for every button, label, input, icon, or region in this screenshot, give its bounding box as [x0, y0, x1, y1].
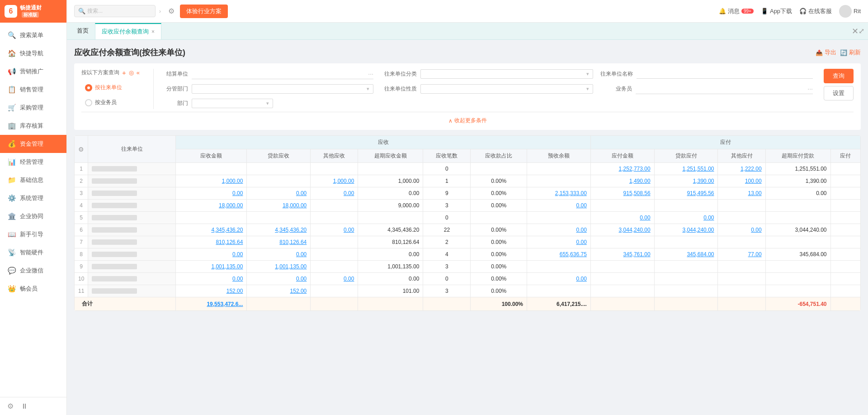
cell-pay-loan: 3,044,240.00 [654, 224, 718, 236]
sidebar: 6 畅捷通财 标准版 🔍 搜索菜单🏠 快捷导航📢 营销推广📋 销售管理🛒 采购管… [0, 0, 67, 415]
cell-pay-loan: 345,684.00 [654, 248, 718, 261]
cell-num: 1 [75, 163, 88, 175]
cell-recv-count: 1 [423, 175, 471, 187]
cell-pay-col [830, 273, 860, 285]
topbar-gear-icon[interactable]: ⚙ [168, 7, 175, 15]
refresh-btn[interactable]: 🔄 刷新 [840, 48, 861, 57]
sidebar-icon-guide: 📖 [7, 230, 16, 239]
cell-recv-amount: 18,000.00 [176, 200, 247, 212]
cell-recv-count: 3 [423, 261, 471, 273]
cell-recv-loan: 0.00 [247, 248, 311, 261]
cell-recv-amount [176, 212, 247, 224]
cell-recv-ratio: 0.00% [471, 224, 527, 236]
sidebar-icon-finance: 💰 [7, 139, 16, 148]
add-scheme-icon[interactable]: + [122, 69, 126, 76]
method-partner-radio [85, 84, 92, 91]
window-maximize-btn[interactable]: ⤢ [859, 26, 864, 36]
laiying-name-input[interactable] [637, 69, 813, 79]
cell-recv-other [311, 236, 358, 248]
method-partner-label: 按往来单位 [95, 84, 122, 91]
notifications-btn[interactable]: 🔔 消息 99+ [719, 7, 754, 15]
sidebar-item-system[interactable]: ⚙️ 系统管理 [0, 189, 66, 207]
cell-recv-other [311, 285, 358, 297]
cell-recv-overdue: 1,001,135.00 [358, 261, 423, 273]
fenguan-label: 分管部门 [161, 85, 188, 93]
salesman-dots-icon[interactable]: ··· [807, 85, 813, 92]
export-btn[interactable]: 📤 导出 [816, 48, 836, 57]
th-recv-prepay: 预收余额 [527, 149, 591, 163]
sidebar-item-enterprise[interactable]: 🏛️ 企业协同 [0, 207, 66, 225]
dept-select[interactable]: ▾ [192, 99, 273, 108]
window-close-btn[interactable]: ✕ [852, 26, 859, 36]
sidebar-item-hardware[interactable]: 📡 智能硬件 [0, 243, 66, 262]
sidebar-item-quick-nav[interactable]: 🏠 快捷导航 [0, 44, 66, 62]
salesman-input[interactable]: ··· [636, 84, 813, 94]
user-menu[interactable]: Rit [839, 5, 861, 18]
cell-recv-prepay: 2,153,333.00 [527, 187, 591, 200]
sidebar-item-purchase[interactable]: 🛒 采购管理 [0, 99, 66, 117]
tab-close-icon[interactable]: × [151, 29, 155, 35]
edit-scheme-icon[interactable]: ◎ [129, 69, 134, 76]
jiesuan-dots-icon[interactable]: ··· [368, 70, 373, 77]
cell-recv-loan: 18,000.00 [247, 200, 311, 212]
cell-pay-loan [654, 236, 718, 248]
jiesuan-input[interactable]: ··· [192, 69, 373, 79]
cell-pay-amount: 1,490.00 [590, 175, 654, 187]
total-recv-prepay: 6,417,215.... [527, 297, 591, 311]
sidebar-label-operation: 经营管理 [20, 158, 43, 166]
table-header-settings[interactable]: ⚙ [75, 136, 88, 163]
sidebar-item-member[interactable]: 👑 畅会员 [0, 280, 66, 298]
total-pay-col [830, 297, 860, 311]
sidebar-item-operation[interactable]: 📊 经营管理 [0, 153, 66, 171]
tab-receivable[interactable]: 应收应付余额查询 × [95, 23, 161, 39]
cell-recv-amount: 0.00 [176, 273, 247, 285]
cell-recv-overdue: 101.00 [358, 285, 423, 297]
sidebar-item-guide[interactable]: 📖 新手引导 [0, 225, 66, 243]
laiying-nature-select[interactable]: ▾ [420, 84, 593, 94]
search-fields: 结算单位 ··· 往来单位分类 ▾ 往来单位 [161, 69, 813, 110]
sidebar-item-sales[interactable]: 📋 销售管理 [0, 81, 66, 99]
cell-recv-amount: 4,345,436.20 [176, 224, 247, 236]
online-service-btn[interactable]: 🎧 在线客服 [799, 7, 832, 15]
cell-pay-loan [654, 285, 718, 297]
sidebar-item-finance[interactable]: 💰 资金管理 [0, 135, 66, 153]
sidebar-item-search-menu[interactable]: 🔍 搜索菜单 [0, 26, 66, 44]
data-table: ⚙ 往来单位 应收 应付 应收金额 贷款应收 其他应收 超期应收金额 应收笔数 … [74, 135, 861, 311]
query-btn[interactable]: 查询 [824, 69, 854, 83]
table-row: 6 4,345,436.20 4,345,436.20 0.00 4,345,4… [75, 224, 861, 236]
method-partner[interactable]: 按往来单位 [81, 81, 148, 94]
app-download-btn[interactable]: 📱 App下载 [761, 7, 792, 15]
salesman-text[interactable] [636, 86, 807, 92]
sidebar-item-basic[interactable]: 📁 基础信息 [0, 171, 66, 189]
topbar-search-box[interactable]: 🔍 搜索... [74, 5, 156, 17]
fenguan-select[interactable]: ▾ [192, 84, 373, 94]
cell-recv-amount [176, 163, 247, 175]
laiying-name-text[interactable] [637, 71, 813, 77]
sidebar-item-wechat[interactable]: 💬 企业微信 [0, 262, 66, 280]
prev-scheme-icon[interactable]: « [137, 69, 140, 76]
method-salesman[interactable]: 按业务员 [81, 96, 148, 109]
cell-recv-other [311, 248, 358, 261]
laiying-type-select[interactable]: ▾ [420, 69, 593, 79]
cell-recv-ratio: 0.00% [471, 236, 527, 248]
collapse-btn[interactable]: ∧ 收起更多条件 [81, 117, 854, 124]
cell-pay-col [830, 236, 860, 248]
sidebar-item-marketing[interactable]: 📢 营销推广 [0, 62, 66, 81]
trial-btn[interactable]: 体验行业方案 [180, 5, 228, 18]
cell-partner [88, 261, 176, 273]
fenguan-chevron: ▾ [367, 86, 369, 92]
cell-partner [88, 187, 176, 200]
settings-btn[interactable]: 设置 [824, 86, 854, 100]
cell-recv-prepay: 0.00 [527, 200, 591, 212]
cell-recv-loan [247, 212, 311, 224]
cell-pay-amount: 345,761.00 [590, 248, 654, 261]
sidebar-item-inventory[interactable]: 🏢 库存核算 [0, 117, 66, 135]
sidebar-collapse-icon[interactable]: ⏸ [21, 402, 28, 410]
cell-num: 8 [75, 248, 88, 261]
tab-home[interactable]: 首页 [71, 23, 95, 39]
sidebar-settings-icon[interactable]: ⚙ [7, 402, 14, 410]
table-gear-icon[interactable]: ⚙ [78, 146, 84, 153]
cell-pay-col [830, 187, 860, 200]
cell-recv-overdue: 810,126.64 [358, 236, 423, 248]
jiesuan-text-input[interactable] [192, 71, 368, 77]
